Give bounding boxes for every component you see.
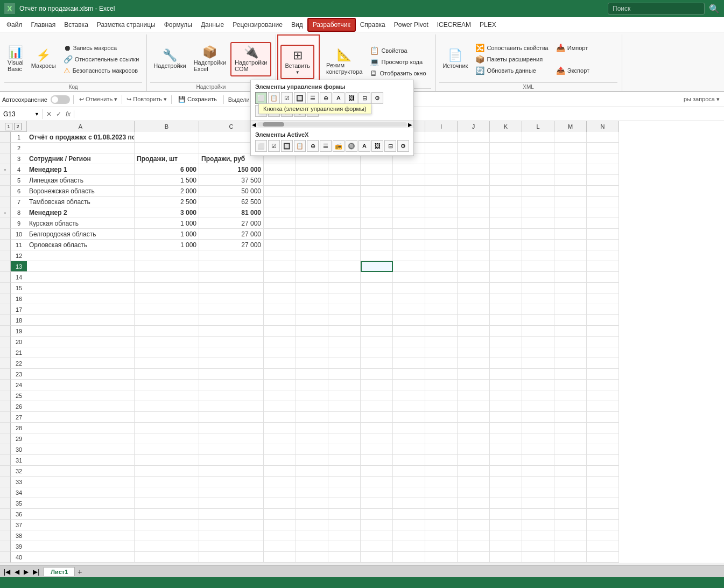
outline-marker-25[interactable] bbox=[0, 390, 11, 401]
scroll-right-btn[interactable]: ▶ bbox=[408, 122, 412, 128]
cell-C13[interactable] bbox=[199, 261, 264, 272]
cell-G34[interactable] bbox=[361, 487, 393, 498]
cell-N29[interactable] bbox=[587, 433, 619, 444]
cell-C6[interactable]: 50 000 bbox=[199, 186, 264, 197]
row-num-18[interactable]: 18 bbox=[11, 315, 27, 326]
cell-N6[interactable] bbox=[587, 186, 619, 197]
cell-H7[interactable] bbox=[393, 197, 425, 207]
cell-L25[interactable] bbox=[522, 390, 554, 401]
cell-A40[interactable] bbox=[27, 552, 135, 563]
row-num-1[interactable]: 1 bbox=[11, 132, 27, 143]
cell-A15[interactable] bbox=[27, 283, 135, 293]
cell-K35[interactable] bbox=[490, 498, 522, 509]
activex-4[interactable]: 📋 bbox=[294, 140, 306, 152]
cell-K19[interactable] bbox=[490, 326, 522, 337]
cell-K15[interactable] bbox=[490, 283, 522, 293]
cell-K38[interactable] bbox=[490, 530, 522, 541]
cell-B5[interactable]: 1 500 bbox=[135, 175, 199, 186]
row-num-12[interactable]: 12 bbox=[11, 250, 27, 261]
outline-marker-27[interactable] bbox=[0, 412, 11, 423]
cell-B18[interactable] bbox=[135, 315, 199, 326]
view-code-button[interactable]: 💻 Просмотр кода bbox=[367, 57, 431, 67]
col-header-l[interactable]: L bbox=[522, 121, 554, 132]
cell-K12[interactable] bbox=[490, 250, 522, 261]
outline-marker-11[interactable] bbox=[0, 240, 11, 250]
cell-A3[interactable]: Сотрудник / Регион bbox=[27, 153, 135, 164]
row-num-7[interactable]: 7 bbox=[11, 197, 27, 207]
cell-N11[interactable] bbox=[587, 240, 619, 250]
row-num-24[interactable]: 24 bbox=[11, 380, 27, 390]
cell-K39[interactable] bbox=[490, 541, 522, 552]
cell-G14[interactable] bbox=[361, 272, 393, 283]
cell-B39[interactable] bbox=[135, 541, 199, 552]
row-num-19[interactable]: 19 bbox=[11, 326, 27, 337]
cell-C32[interactable] bbox=[199, 466, 264, 477]
cell-G23[interactable] bbox=[361, 369, 393, 380]
cell-D5[interactable] bbox=[264, 175, 296, 186]
outline-marker-31[interactable] bbox=[0, 455, 11, 466]
search-input[interactable] bbox=[608, 3, 705, 15]
cell-M39[interactable] bbox=[554, 541, 587, 552]
cell-I27[interactable] bbox=[425, 412, 458, 423]
cell-A30[interactable] bbox=[27, 444, 135, 455]
cell-F4[interactable] bbox=[328, 164, 361, 175]
cell-H6[interactable] bbox=[393, 186, 425, 197]
cell-H36[interactable] bbox=[393, 509, 425, 520]
cell-N7[interactable] bbox=[587, 197, 619, 207]
outline-level-2[interactable]: 2 bbox=[14, 123, 22, 130]
cell-G19[interactable] bbox=[361, 326, 393, 337]
cell-D4[interactable] bbox=[264, 164, 296, 175]
row-num-36[interactable]: 36 bbox=[11, 509, 27, 520]
cell-I17[interactable] bbox=[425, 304, 458, 315]
menu-developer[interactable]: Разработчик bbox=[307, 18, 356, 32]
cell-H29[interactable] bbox=[393, 433, 425, 444]
cell-E7[interactable] bbox=[296, 197, 328, 207]
cell-I9[interactable] bbox=[425, 218, 458, 229]
cell-J39[interactable] bbox=[458, 541, 490, 552]
cell-K20[interactable] bbox=[490, 337, 522, 347]
cell-L32[interactable] bbox=[522, 466, 554, 477]
cell-E38[interactable] bbox=[296, 530, 328, 541]
row-num-5[interactable]: 5 bbox=[11, 175, 27, 186]
row-num-14[interactable]: 14 bbox=[11, 272, 27, 283]
cell-D8[interactable] bbox=[264, 207, 296, 218]
cell-G6[interactable] bbox=[361, 186, 393, 197]
row-num-23[interactable]: 23 bbox=[11, 369, 27, 380]
row-num-32[interactable]: 32 bbox=[11, 466, 27, 477]
cell-E33[interactable] bbox=[296, 477, 328, 487]
cell-D11[interactable] bbox=[264, 240, 296, 250]
cell-B6[interactable]: 2 000 bbox=[135, 186, 199, 197]
cell-M29[interactable] bbox=[554, 433, 587, 444]
undo-button[interactable]: ↩ Отменить ▾ bbox=[77, 95, 120, 104]
outline-marker-24[interactable] bbox=[0, 380, 11, 390]
cell-I12[interactable] bbox=[425, 250, 458, 261]
cell-B7[interactable]: 2 500 bbox=[135, 197, 199, 207]
cell-K28[interactable] bbox=[490, 423, 522, 433]
cell-L21[interactable] bbox=[522, 347, 554, 358]
cell-I31[interactable] bbox=[425, 455, 458, 466]
cell-L23[interactable] bbox=[522, 369, 554, 380]
cell-K21[interactable] bbox=[490, 347, 522, 358]
cell-D17[interactable] bbox=[264, 304, 296, 315]
cell-B29[interactable] bbox=[135, 433, 199, 444]
cell-I1[interactable] bbox=[425, 132, 458, 143]
outline-marker-1[interactable] bbox=[0, 132, 11, 143]
cell-F28[interactable] bbox=[328, 423, 361, 433]
cell-M28[interactable] bbox=[554, 423, 587, 433]
cell-L27[interactable] bbox=[522, 412, 554, 423]
cell-L26[interactable] bbox=[522, 401, 554, 412]
cell-F27[interactable] bbox=[328, 412, 361, 423]
cell-B40[interactable] bbox=[135, 552, 199, 563]
cell-C37[interactable] bbox=[199, 520, 264, 530]
cell-A7[interactable]: Тамбовская область bbox=[27, 197, 135, 207]
cell-M22[interactable] bbox=[554, 358, 587, 369]
cell-F17[interactable] bbox=[328, 304, 361, 315]
cell-B3[interactable]: Продажи, шт bbox=[135, 153, 199, 164]
cell-L37[interactable] bbox=[522, 520, 554, 530]
cell-G5[interactable] bbox=[361, 175, 393, 186]
cell-G21[interactable] bbox=[361, 347, 393, 358]
cell-L6[interactable] bbox=[522, 186, 554, 197]
cell-M30[interactable] bbox=[554, 444, 587, 455]
cell-E18[interactable] bbox=[296, 315, 328, 326]
cell-K1[interactable] bbox=[490, 132, 522, 143]
